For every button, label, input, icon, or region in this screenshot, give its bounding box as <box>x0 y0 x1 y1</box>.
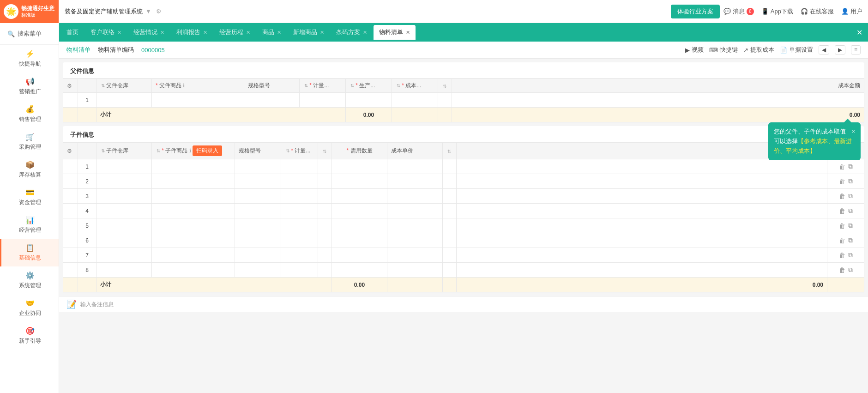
nav-tab-close-6[interactable]: ✕ <box>320 30 324 36</box>
view-action[interactable]: ▶ 视频 <box>685 46 704 54</box>
nav-tab-close-3[interactable]: ✕ <box>203 30 207 36</box>
parent-row-1-cost-amount[interactable] <box>452 93 864 108</box>
child-row-7-unit-cost[interactable] <box>387 248 443 263</box>
child-row-6-unit-cost[interactable] <box>387 233 443 248</box>
close-all-tabs-button[interactable]: ✕ <box>853 28 866 37</box>
messages-button[interactable]: 💬 消息 6 <box>723 7 754 16</box>
nav-tab-5[interactable]: 商品✕ <box>257 25 287 40</box>
experience-button[interactable]: 体验行业方案 <box>671 5 720 18</box>
child-row-6-copy-icon[interactable]: ⧉ <box>848 236 853 244</box>
child-row-7-delete-icon[interactable]: 🗑 <box>839 252 845 259</box>
child-row-5-copy-icon[interactable]: ⧉ <box>848 222 853 230</box>
sidebar-item-9[interactable]: ⚙️系统管理 <box>0 266 59 294</box>
child-row-5-spec[interactable] <box>235 218 281 233</box>
settings-icon[interactable]: ⚙ <box>156 8 162 15</box>
nav-tab-close-5[interactable]: ✕ <box>277 30 281 36</box>
nav-tab-1[interactable]: 客户联络✕ <box>85 25 127 40</box>
child-row-7-cost-amount[interactable] <box>457 248 827 263</box>
child-row-5-product[interactable] <box>152 218 235 233</box>
child-row-2-product[interactable] <box>152 174 235 189</box>
child-row-8-product[interactable] <box>152 263 235 278</box>
parent-row-1-quantity[interactable] <box>300 93 346 108</box>
child-row-7-spec[interactable] <box>235 248 281 263</box>
child-row-3-required-qty[interactable] <box>332 189 387 204</box>
child-row-4-required-qty[interactable] <box>332 204 387 218</box>
nav-tab-3[interactable]: 利润报告✕ <box>171 25 213 40</box>
child-row-5-warehouse[interactable] <box>96 218 152 233</box>
scan-input-button[interactable]: 扫码录入 <box>193 145 222 156</box>
child-row-3-spec[interactable] <box>235 189 281 204</box>
child-row-2-copy-icon[interactable]: ⧉ <box>848 177 853 185</box>
child-row-4-spec[interactable] <box>235 204 281 218</box>
child-row-6-cost-amount[interactable] <box>457 233 827 248</box>
child-row-4-quantity[interactable] <box>281 204 318 218</box>
user-menu-button[interactable]: 👤 用户 <box>841 7 862 16</box>
parent-row-1-production[interactable] <box>346 93 392 108</box>
child-row-4-cost-amount[interactable] <box>457 204 827 218</box>
extract-cost-action[interactable]: ↗ 提取成本 <box>743 46 774 54</box>
next-record-button[interactable]: ▶ <box>835 45 845 54</box>
sidebar-item-6[interactable]: 💳资金管理 <box>0 183 59 211</box>
child-row-6-warehouse[interactable] <box>96 233 152 248</box>
parent-row-1-spec[interactable] <box>244 93 300 108</box>
child-row-3-copy-icon[interactable]: ⧉ <box>848 192 853 200</box>
child-row-2-delete-icon[interactable]: 🗑 <box>839 178 845 185</box>
sidebar-item-7[interactable]: 📊经营管理 <box>0 211 59 239</box>
child-row-1-spec[interactable] <box>235 159 281 174</box>
child-row-5-required-qty[interactable] <box>332 218 387 233</box>
child-row-7-product[interactable] <box>152 248 235 263</box>
child-row-8-cost-amount[interactable] <box>457 263 827 278</box>
child-row-4-unit-cost[interactable] <box>387 204 443 218</box>
list-view-button[interactable]: ≡ <box>851 45 861 54</box>
child-row-1-cost-amount[interactable] <box>457 159 827 174</box>
child-row-8-copy-icon[interactable]: ⧉ <box>848 266 853 274</box>
child-row-5-cost-amount[interactable] <box>457 218 827 233</box>
child-row-7-warehouse[interactable] <box>96 248 152 263</box>
child-row-4-delete-icon[interactable]: 🗑 <box>839 207 845 215</box>
single-settings-action[interactable]: 📄 单据设置 <box>780 46 813 54</box>
child-row-5-delete-icon[interactable]: 🗑 <box>839 222 845 230</box>
child-row-5-quantity[interactable] <box>281 218 318 233</box>
sidebar-item-3[interactable]: 💰销售管理 <box>0 100 59 128</box>
sidebar-item-8[interactable]: 📋基础信息 <box>0 239 59 266</box>
child-row-3-unit-cost[interactable] <box>387 189 443 204</box>
child-row-3-delete-icon[interactable]: 🗑 <box>839 193 845 200</box>
sidebar-item-4[interactable]: 🛒采购管理 <box>0 128 59 156</box>
child-row-1-unit-cost[interactable] <box>387 159 443 174</box>
nav-tab-close-4[interactable]: ✕ <box>246 30 250 36</box>
child-row-3-quantity[interactable] <box>281 189 318 204</box>
nav-tab-close-7[interactable]: ✕ <box>363 30 367 36</box>
tooltip-close-button[interactable]: × <box>851 127 855 137</box>
child-row-2-warehouse[interactable] <box>96 174 152 189</box>
child-row-1-delete-icon[interactable]: 🗑 <box>839 163 845 170</box>
nav-tab-7[interactable]: 条码方案✕ <box>331 25 373 40</box>
sidebar-item-1[interactable]: ⚡快捷导航 <box>0 45 59 73</box>
child-row-7-copy-icon[interactable]: ⧉ <box>848 251 853 259</box>
child-row-6-delete-icon[interactable]: 🗑 <box>839 237 845 244</box>
child-row-4-copy-icon[interactable]: ⧉ <box>848 207 853 215</box>
nav-tab-close-2[interactable]: ✕ <box>160 30 164 36</box>
child-row-1-copy-icon[interactable]: ⧉ <box>848 163 853 170</box>
nav-tab-close-1[interactable]: ✕ <box>117 30 121 36</box>
online-service-button[interactable]: 🎧 在线客服 <box>801 7 834 16</box>
sidebar-item-10[interactable]: 🤝企业协同 <box>0 294 59 322</box>
note-icon[interactable]: 📝 <box>66 299 77 309</box>
child-row-3-cost-amount[interactable] <box>457 189 827 204</box>
sidebar-item-5[interactable]: 📦库存核算 <box>0 156 59 183</box>
sidebar-item-11[interactable]: 🎯新手引导 <box>0 322 59 350</box>
child-row-8-unit-cost[interactable] <box>387 263 443 278</box>
nav-tab-6[interactable]: 新增商品✕ <box>288 25 330 40</box>
child-row-2-required-qty[interactable] <box>332 174 387 189</box>
child-row-1-required-qty[interactable] <box>332 159 387 174</box>
child-row-5-unit-cost[interactable] <box>387 218 443 233</box>
nav-tab-2[interactable]: 经营情况✕ <box>128 25 170 40</box>
child-row-8-warehouse[interactable] <box>96 263 152 278</box>
child-col-settings-icon[interactable]: ⚙ <box>67 148 72 154</box>
breadcrumb-home[interactable]: 物料清单 <box>66 46 90 54</box>
nav-tab-8[interactable]: 物料清单✕ <box>374 25 416 40</box>
child-row-6-product[interactable] <box>152 233 235 248</box>
child-row-6-required-qty[interactable] <box>332 233 387 248</box>
child-row-4-warehouse[interactable] <box>96 204 152 218</box>
shortcut-action[interactable]: ⌨ 快捷键 <box>709 46 738 54</box>
child-row-1-warehouse[interactable] <box>96 159 152 174</box>
